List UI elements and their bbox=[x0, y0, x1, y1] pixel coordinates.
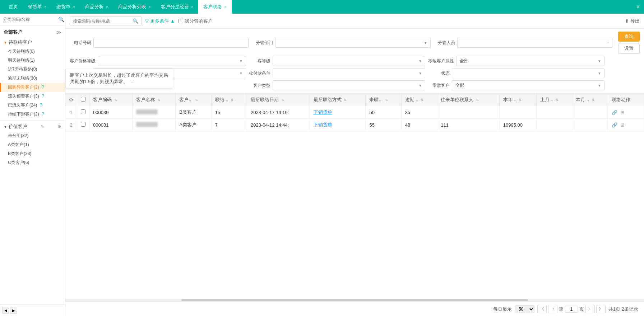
dept-select[interactable]: ▼ bbox=[275, 38, 430, 48]
nav-home[interactable]: 首页 bbox=[4, 0, 23, 14]
search-input[interactable] bbox=[73, 19, 130, 24]
sort-icon[interactable]: ⇅ bbox=[556, 98, 559, 102]
page-navigation: 《 〈 第 页 〉 》 bbox=[537, 305, 606, 313]
page-size-select[interactable]: 50 20 100 bbox=[515, 305, 534, 313]
sidebar-item-c-class[interactable]: C类客户(6) bbox=[0, 158, 65, 167]
customer-level-select[interactable]: ▼ bbox=[273, 56, 425, 66]
sort-icon[interactable]: ⇅ bbox=[592, 98, 594, 102]
sidebar-item-repurchase-anomaly[interactable]: 回购异常客户(2) ? bbox=[0, 83, 65, 92]
sidebar-item-a-class[interactable]: A类客户(1) bbox=[0, 140, 65, 149]
grid-icon[interactable]: ⊞ bbox=[620, 122, 624, 128]
last-contact-method[interactable]: 下销货单 bbox=[310, 106, 366, 119]
contact-count: 15 bbox=[211, 106, 247, 119]
settings-icon[interactable]: ⚙ bbox=[57, 124, 61, 129]
last-contact-method[interactable]: 下销货单 bbox=[310, 119, 366, 131]
next-page-button[interactable]: 〉 bbox=[585, 305, 595, 313]
customer-type-select[interactable]: ▼ bbox=[273, 80, 425, 90]
nav-customer-segment[interactable]: 客户分层经营 × bbox=[156, 0, 198, 14]
search-icon: 🔍 bbox=[58, 16, 64, 22]
scrollbar-thumb[interactable] bbox=[181, 299, 528, 301]
filter-customer-level: 客等级 ▼ bbox=[249, 56, 425, 66]
sort-icon[interactable]: ⇅ bbox=[231, 98, 233, 102]
filter-row-2: 客户价格等级 ▼ 客等级 ▼ 零散客户属性 全部▼ bbox=[70, 56, 640, 66]
th-settings[interactable]: ⚙ bbox=[65, 94, 77, 106]
settings-button[interactable]: 设置 bbox=[618, 43, 640, 54]
close-icon[interactable]: × bbox=[106, 5, 108, 9]
row-checkbox-cell[interactable] bbox=[77, 106, 89, 119]
close-icon[interactable]: × bbox=[191, 5, 193, 9]
sidebar-item-churn-warning[interactable]: 流失预警客户(3) ? bbox=[0, 92, 65, 101]
nav-customer-contact[interactable]: 客户联络 × bbox=[198, 0, 231, 14]
phone-input[interactable] bbox=[93, 38, 249, 48]
last-page-button[interactable]: 》 bbox=[596, 305, 606, 313]
sidebar-item-today-contact[interactable]: 今天待联络(0) bbox=[0, 47, 65, 56]
sidebar-item-tomorrow-contact[interactable]: 明天待联络(1) bbox=[0, 56, 65, 65]
sort-icon[interactable]: ⇅ bbox=[385, 98, 388, 102]
last-month-amount bbox=[537, 119, 572, 131]
nav-product-analysis[interactable]: 商品分析 × bbox=[80, 0, 113, 14]
sort-icon[interactable]: ⇅ bbox=[519, 98, 522, 102]
sort-icon[interactable]: ⇅ bbox=[157, 98, 160, 102]
my-customers-checkbox[interactable]: 我分管的客户 bbox=[179, 18, 213, 24]
close-icon[interactable]: × bbox=[224, 5, 226, 9]
prev-page-button[interactable]: 〈 bbox=[548, 305, 557, 313]
sort-icon[interactable]: ⇅ bbox=[195, 98, 198, 102]
chevron-down-icon: ▼ bbox=[598, 84, 601, 88]
sidebar-item-b-class[interactable]: B类客户(33) bbox=[0, 149, 65, 158]
sidebar-next-button[interactable]: ▶ bbox=[10, 307, 17, 314]
link-icon[interactable]: 🔗 bbox=[612, 122, 617, 128]
sidebar-prev-button[interactable]: ◀ bbox=[2, 307, 9, 314]
row-checkbox[interactable] bbox=[81, 109, 85, 114]
sidebar-value-customer-group[interactable]: ▼ 价值客户 ✎ ⚙ bbox=[0, 122, 65, 131]
retail-customer-select[interactable]: 全部▼ bbox=[452, 80, 604, 90]
row-checkbox-cell[interactable] bbox=[77, 119, 89, 131]
sidebar-item-declining[interactable]: 持续下滑客户(2) ? bbox=[0, 110, 65, 119]
link-icon[interactable]: 🔗 bbox=[612, 110, 617, 115]
sort-icon[interactable]: ⇅ bbox=[344, 98, 347, 102]
sidebar-item-ungrouped[interactable]: 未分组(32) bbox=[0, 131, 65, 140]
contact-method-link[interactable]: 下销货单 bbox=[314, 122, 332, 127]
table-header-row: ⚙ 客户编码 ⇅ 客户名称 ⇅ 客户... ⇅ 联络... ⇅ 最后联络日期 ⇅… bbox=[65, 94, 644, 106]
edit-icon[interactable]: ✎ bbox=[41, 124, 44, 129]
nav-product-analysis-list[interactable]: 商品分析列表 × bbox=[113, 0, 156, 14]
close-icon[interactable]: × bbox=[73, 5, 75, 9]
close-icon[interactable]: × bbox=[148, 5, 150, 9]
year-amount: 10995.00 bbox=[499, 119, 536, 131]
first-page-button[interactable]: 《 bbox=[537, 305, 547, 313]
retail-attr-select[interactable]: 全部▼ bbox=[456, 56, 604, 66]
th-contact-count: 联络... ⇅ bbox=[211, 94, 247, 106]
my-customers-check[interactable] bbox=[179, 19, 183, 23]
grid-icon[interactable]: ⊞ bbox=[620, 110, 624, 115]
manager-select[interactable]: ··· bbox=[457, 38, 612, 48]
export-button[interactable]: ⬆ 导出 bbox=[625, 18, 640, 24]
th-checkbox[interactable] bbox=[77, 94, 89, 106]
current-page-input[interactable] bbox=[565, 306, 578, 313]
status-select[interactable]: ▼ bbox=[452, 68, 604, 78]
filter-retail-attr: 零散客户属性 全部▼ bbox=[428, 56, 604, 66]
close-icon[interactable]: × bbox=[44, 5, 46, 9]
nav-purchase-order[interactable]: 进货单 × bbox=[51, 0, 80, 14]
row-checkbox[interactable] bbox=[81, 122, 85, 127]
action-cell: 🔗⊞ bbox=[608, 119, 644, 131]
select-all-checkbox[interactable] bbox=[81, 97, 85, 102]
query-button[interactable]: 查询 bbox=[618, 32, 640, 42]
sidebar-item-churned[interactable]: 已流失客户(24) ? bbox=[0, 101, 65, 110]
sidebar-item-overdue-contact[interactable]: 逾期未联络(30) bbox=[0, 74, 65, 83]
sidebar-search-input[interactable] bbox=[3, 17, 57, 22]
price-level-select[interactable]: ▼ bbox=[98, 56, 246, 66]
sort-icon[interactable]: ⇅ bbox=[476, 98, 479, 102]
window-close-button[interactable]: × bbox=[636, 4, 640, 10]
sort-icon[interactable]: ⇅ bbox=[421, 98, 423, 102]
sort-icon[interactable]: ⇅ bbox=[114, 98, 117, 102]
more-filters-button[interactable]: ▽ 更多条件 ▲ bbox=[145, 18, 175, 24]
sidebar-item-week-contact[interactable]: 近7天待联络(0) bbox=[0, 65, 65, 74]
collapse-icon[interactable]: ≫ bbox=[56, 30, 61, 35]
payment-select[interactable]: ▼ bbox=[273, 68, 425, 78]
nav-sales-order[interactable]: 销货单 × bbox=[23, 0, 51, 14]
info-icon: ? bbox=[42, 111, 44, 117]
horizontal-scrollbar[interactable] bbox=[65, 299, 644, 302]
sort-icon[interactable]: ⇅ bbox=[281, 98, 284, 102]
filter-price-level: 客户价格等级 ▼ bbox=[70, 56, 246, 66]
sidebar-content: 全部客户 ≫ ▼ 待联络客户 今天待联络(0) 明天待联络(1) 近7天待联络(… bbox=[0, 25, 65, 304]
contact-method-link[interactable]: 下销货单 bbox=[314, 109, 332, 115]
